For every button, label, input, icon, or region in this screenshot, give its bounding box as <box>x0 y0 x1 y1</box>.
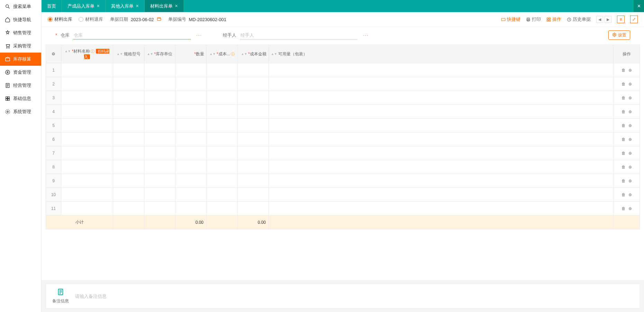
sidebar-item-system[interactable]: 系统管理 <box>0 105 41 118</box>
table-row[interactable]: 11🗑⊕ <box>46 202 640 215</box>
cell-available[interactable] <box>269 63 614 77</box>
sidebar-item-funds[interactable]: 资金管理 <box>0 66 41 79</box>
close-icon[interactable]: ✕ <box>97 4 100 8</box>
help-icon[interactable]: ⓘ <box>231 52 235 56</box>
col-spec[interactable]: ▲▼规格型号 <box>113 45 144 63</box>
sidebar-item-baseinfo[interactable]: 基础信息 <box>0 92 41 105</box>
prev-button[interactable]: ◀ <box>596 16 603 23</box>
cell-amount[interactable] <box>238 119 269 132</box>
delete-row-icon[interactable]: 🗑 <box>622 151 626 156</box>
close-icon[interactable]: ✕ <box>175 4 178 8</box>
cell-material-name[interactable] <box>61 202 113 215</box>
delete-row-icon[interactable]: 🗑 <box>622 95 626 100</box>
cell-available[interactable] <box>269 146 614 160</box>
tab-home[interactable]: 首页 <box>42 0 62 12</box>
sidebar-item-sales[interactable]: 销售管理 <box>0 26 41 39</box>
sidebar-item-quicknav[interactable]: 快捷导航 <box>0 13 41 26</box>
table-row[interactable]: 3🗑⊕ <box>46 91 640 105</box>
cell-cost[interactable] <box>207 105 238 119</box>
delete-row-icon[interactable]: 🗑 <box>622 68 626 73</box>
delete-row-icon[interactable]: 🗑 <box>622 109 626 114</box>
calendar-icon[interactable] <box>157 17 161 22</box>
add-row-icon[interactable]: ⊕ <box>628 95 632 100</box>
delete-row-icon[interactable]: 🗑 <box>622 178 626 183</box>
cell-available[interactable] <box>269 160 614 174</box>
tabs-close-all[interactable]: ✕ <box>634 0 644 12</box>
add-row-icon[interactable]: ⊕ <box>628 165 632 169</box>
cell-available[interactable] <box>269 91 614 105</box>
cell-spec[interactable] <box>113 146 144 160</box>
table-row[interactable]: 6🗑⊕ <box>46 132 640 146</box>
sidebar-item-business[interactable]: 经营管理 <box>0 79 41 92</box>
cell-unit[interactable] <box>144 77 175 91</box>
cell-qty[interactable] <box>175 188 207 202</box>
tab-material-out[interactable]: 材料出库单✕ <box>145 0 184 12</box>
col-amount[interactable]: ▲▼*成本金额 <box>238 45 269 63</box>
cell-available[interactable] <box>269 119 614 132</box>
history-button[interactable]: 历史单据 <box>567 16 591 22</box>
cell-amount[interactable] <box>238 188 269 202</box>
cell-spec[interactable] <box>113 91 144 105</box>
cell-unit[interactable] <box>144 202 175 215</box>
add-row-icon[interactable]: ⊕ <box>628 192 632 197</box>
add-row-icon[interactable]: ⊕ <box>628 151 632 156</box>
cell-amount[interactable] <box>238 132 269 146</box>
table-row[interactable]: 4🗑⊕ <box>46 105 640 119</box>
cell-unit[interactable] <box>144 91 175 105</box>
cell-unit[interactable] <box>144 146 175 160</box>
cell-available[interactable] <box>269 77 614 91</box>
col-available[interactable]: ▲▼可用量（包装） <box>269 45 614 63</box>
cell-qty[interactable] <box>175 146 207 160</box>
col-gear[interactable]: ⚙ <box>46 45 61 63</box>
add-row-icon[interactable]: ⊕ <box>628 109 632 114</box>
cell-unit[interactable] <box>144 132 175 146</box>
cell-available[interactable] <box>269 105 614 119</box>
cell-spec[interactable] <box>113 132 144 146</box>
cell-amount[interactable] <box>238 91 269 105</box>
add-row-icon[interactable]: ⊕ <box>628 206 632 211</box>
cell-material-name[interactable] <box>61 77 113 91</box>
cell-spec[interactable] <box>113 160 144 174</box>
col-qty[interactable]: *数量 <box>175 45 207 63</box>
cell-cost[interactable] <box>207 146 238 160</box>
cell-unit[interactable] <box>144 188 175 202</box>
cell-available[interactable] <box>269 188 614 202</box>
cell-material-name[interactable] <box>61 105 113 119</box>
ops-button[interactable]: 操作 <box>546 16 561 22</box>
next-button[interactable]: ▶ <box>605 16 611 23</box>
col-material-name[interactable]: ▲▼*材料名称ⓘ扫码录入 <box>61 45 113 63</box>
table-row[interactable]: 5🗑⊕ <box>46 119 640 132</box>
add-row-icon[interactable]: ⊕ <box>628 178 632 183</box>
cell-qty[interactable] <box>175 105 207 119</box>
cell-qty[interactable] <box>175 202 207 215</box>
cell-amount[interactable] <box>238 77 269 91</box>
table-row[interactable]: 1🗑⊕ <box>46 63 640 77</box>
cell-material-name[interactable] <box>61 146 113 160</box>
cell-cost[interactable] <box>207 174 238 188</box>
cell-amount[interactable] <box>238 202 269 215</box>
cell-unit[interactable] <box>144 105 175 119</box>
cell-material-name[interactable] <box>61 91 113 105</box>
sidebar-item-inventory[interactable]: 库存核算 <box>0 53 41 66</box>
table-row[interactable]: 2🗑⊕ <box>46 77 640 91</box>
delete-row-icon[interactable]: 🗑 <box>622 206 626 211</box>
radio-material-out[interactable]: 材料出库 <box>48 16 72 22</box>
table-row[interactable]: 7🗑⊕ <box>46 146 640 160</box>
cell-qty[interactable] <box>175 174 207 188</box>
delete-row-icon[interactable]: 🗑 <box>622 123 626 128</box>
tab-other-in[interactable]: 其他入库单✕ <box>106 0 145 12</box>
cell-spec[interactable] <box>113 63 144 77</box>
cell-material-name[interactable] <box>61 188 113 202</box>
cell-cost[interactable] <box>207 132 238 146</box>
settings-button[interactable]: 设置 <box>608 30 630 40</box>
warehouse-input[interactable] <box>73 31 191 39</box>
cell-amount[interactable] <box>238 146 269 160</box>
sidebar-item-search[interactable]: 搜索菜单 <box>0 0 41 13</box>
cell-spec[interactable] <box>113 119 144 132</box>
cell-unit[interactable] <box>144 174 175 188</box>
table-row[interactable]: 9🗑⊕ <box>46 174 640 188</box>
add-row-icon[interactable]: ⊕ <box>628 82 632 86</box>
cell-spec[interactable] <box>113 202 144 215</box>
cell-material-name[interactable] <box>61 174 113 188</box>
cell-spec[interactable] <box>113 105 144 119</box>
